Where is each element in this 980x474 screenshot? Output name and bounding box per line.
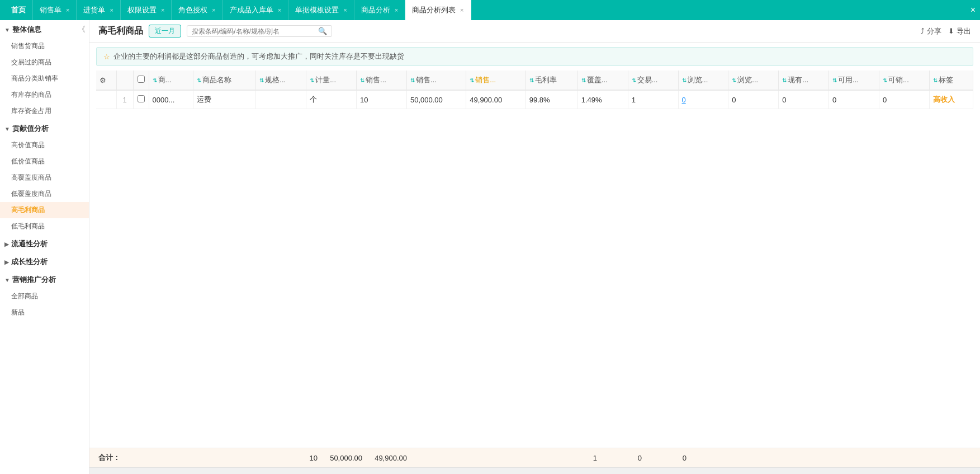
date-filter-button[interactable]: 近一月 — [149, 25, 181, 37]
sidebar-item-traded-goods[interactable]: 交易过的商品 — [0, 54, 89, 71]
row-checkbox[interactable] — [138, 95, 145, 102]
share-button[interactable]: ⤴ 分享 — [921, 26, 941, 36]
row-salescost: 49,900.00 — [466, 90, 525, 109]
sort-icon: ⇅ — [470, 77, 474, 83]
footer-salesqty: 10 — [165, 454, 322, 462]
col-tag-header[interactable]: ⇅标签 — [929, 71, 973, 90]
row-margin: 99.8% — [525, 90, 577, 109]
footer-available: 0 — [646, 454, 691, 462]
sort-icon: ⇅ — [933, 77, 938, 83]
select-all-checkbox[interactable] — [138, 76, 145, 83]
sidebar-group-growth[interactable]: ▶ 成长性分析 — [0, 252, 89, 270]
col-browse2-header[interactable]: ⇅浏览... — [728, 71, 779, 90]
col-spec-header[interactable]: ⇅规格... — [256, 71, 306, 90]
row-check[interactable] — [133, 90, 149, 109]
nav-tab-analysis-list[interactable]: 商品分析列表 × — [405, 0, 471, 20]
export-button[interactable]: ⬇ 导出 — [948, 26, 971, 36]
col-currentstock-header[interactable]: ⇅现有... — [779, 71, 829, 90]
col-salesqty-header[interactable]: ⇅销售... — [357, 71, 407, 90]
sidebar-item-high-value[interactable]: 高价值商品 — [0, 137, 89, 153]
sidebar-item-sales-goods[interactable]: 销售货商品 — [0, 38, 89, 54]
footer-cells: 10 50,000.00 49,900.00 1 0 0 — [165, 454, 691, 462]
col-code-header[interactable]: ⇅商... — [149, 71, 193, 90]
sales-label: 销售单 — [40, 5, 61, 15]
nav-tab-template[interactable]: 单据模板设置 × — [288, 0, 354, 20]
analysis-label: 商品分析 — [361, 5, 390, 15]
sidebar-item-high-margin[interactable]: 高毛利商品 — [0, 202, 89, 218]
nav-tab-role[interactable]: 角色授权 × — [172, 0, 222, 20]
sort-icon: ⇅ — [259, 77, 264, 83]
nav-tab-permission[interactable]: 权限设置 × — [121, 0, 172, 20]
search-input[interactable] — [192, 27, 316, 35]
col-available-header[interactable]: ⇅可用... — [829, 71, 879, 90]
close-icon[interactable]: × — [212, 7, 215, 13]
nav-tab-purchase[interactable]: 进货单 × — [77, 0, 120, 20]
close-icon[interactable]: × — [343, 7, 347, 13]
close-icon[interactable]: × — [278, 7, 281, 13]
sidebar-item-low-coverage[interactable]: 低覆盖度商品 — [0, 186, 89, 202]
table-container[interactable]: ⚙ ⇅商... ⇅商品名称 ⇅规格... ⇅计量... ⇅销售... ⇅销售..… — [89, 71, 980, 448]
group-arrow-icon: ▶ — [4, 259, 9, 265]
col-unit-header[interactable]: ⇅计量... — [306, 71, 357, 90]
col-salescost-header[interactable]: ⇅销售... — [466, 71, 525, 90]
sidebar-group-contribution[interactable]: ▼ 贡献值分析 — [0, 119, 89, 137]
page-title: 高毛利商品 — [98, 25, 143, 37]
nav-tab-home[interactable]: 首页 — [4, 0, 33, 20]
info-text: 企业的主要的利润都是这部分商品创造的，可考虑加大推广，同时关注库存是不要出现缺货 — [113, 51, 404, 62]
footer-transaction: 1 — [411, 454, 602, 462]
sort-icon: ⇅ — [682, 77, 687, 83]
window-close-icon[interactable]: × — [970, 5, 976, 15]
info-banner: ☆ 企业的主要的利润都是这部分商品创造的，可考虑加大推广，同时关注库存是不要出现… — [96, 47, 973, 66]
sidebar-item-instock-goods[interactable]: 有库存的商品 — [0, 87, 89, 103]
purchase-label: 进货单 — [83, 5, 105, 15]
row-spec — [256, 90, 306, 109]
sidebar-item-inventory-capital[interactable]: 库存资金占用 — [0, 103, 89, 119]
search-icon[interactable]: 🔍 — [318, 27, 327, 35]
close-icon[interactable]: × — [460, 7, 463, 13]
sidebar-item-category-rate[interactable]: 商品分类助销率 — [0, 71, 89, 87]
analysis-list-label: 商品分析列表 — [412, 5, 456, 15]
row-browse1[interactable]: 0 — [678, 90, 728, 109]
sidebar-group-liquidity[interactable]: ▶ 流通性分析 — [0, 234, 89, 252]
sort-icon: ⇅ — [360, 77, 364, 83]
close-icon[interactable]: × — [161, 7, 164, 13]
col-name-header[interactable]: ⇅商品名称 — [193, 71, 256, 90]
row-transaction: 1 — [628, 90, 678, 109]
sidebar-collapse-button[interactable]: 《 — [78, 25, 86, 35]
sort-icon: ⇅ — [581, 77, 586, 83]
sidebar-group-overview[interactable]: ▼ 整体信息 — [0, 20, 89, 38]
col-actions-header[interactable]: ⚙ — [96, 71, 116, 90]
close-icon[interactable]: × — [110, 7, 113, 13]
close-icon[interactable]: × — [66, 7, 69, 13]
row-unit: 个 — [306, 90, 357, 109]
template-label: 单据模板设置 — [295, 5, 339, 15]
search-box: 🔍 — [187, 25, 332, 37]
row-name: 运费 — [193, 90, 256, 109]
nav-tab-warehouse[interactable]: 产成品入库单 × — [223, 0, 288, 20]
nav-tab-sales[interactable]: 销售单 × — [33, 0, 77, 20]
sort-icon: ⇅ — [310, 77, 314, 83]
col-margin-header[interactable]: ⇅毛利率 — [525, 71, 577, 90]
sidebar-item-high-coverage[interactable]: 高覆盖度商品 — [0, 170, 89, 186]
col-transaction-header[interactable]: ⇅交易... — [628, 71, 678, 90]
sidebar-item-low-value[interactable]: 低价值商品 — [0, 153, 89, 170]
close-icon[interactable]: × — [395, 7, 398, 13]
col-salesamt-header[interactable]: ⇅销售... — [406, 71, 466, 90]
content-header: 高毛利商品 近一月 🔍 ⤴ 分享 ⬇ 导出 — [89, 20, 980, 43]
sidebar-item-low-margin[interactable]: 低毛利商品 — [0, 218, 89, 234]
tip-icon: ☆ — [103, 53, 110, 61]
nav-tab-analysis[interactable]: 商品分析 × — [354, 0, 405, 20]
col-coverage-header[interactable]: ⇅覆盖... — [577, 71, 628, 90]
row-currentstock: 0 — [779, 90, 829, 109]
bottom-scrollbar[interactable] — [89, 467, 980, 474]
col-browse1-header[interactable]: ⇅浏览... — [678, 71, 728, 90]
col-sellable-header[interactable]: ⇅可销... — [879, 71, 929, 90]
sidebar-item-new-goods[interactable]: 新品 — [0, 304, 89, 321]
row-salesamt: 50,000.00 — [406, 90, 466, 109]
table-header-row: ⚙ ⇅商... ⇅商品名称 ⇅规格... ⇅计量... ⇅销售... ⇅销售..… — [96, 71, 973, 90]
group-label: 整体信息 — [12, 25, 41, 35]
col-check-header[interactable] — [133, 71, 149, 90]
sidebar-item-all-goods[interactable]: 全部商品 — [0, 288, 89, 304]
sidebar-group-marketing[interactable]: ▼ 营销推广分析 — [0, 270, 89, 288]
permission-label: 权限设置 — [127, 5, 157, 15]
